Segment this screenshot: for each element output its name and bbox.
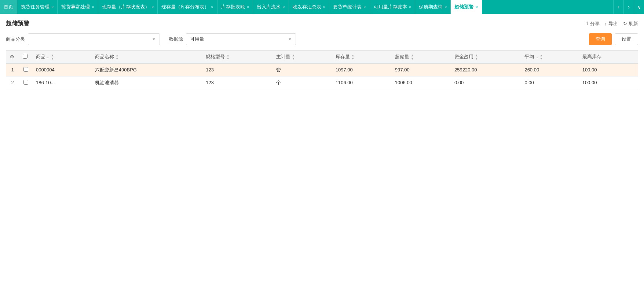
nav-item-close[interactable]: ×: [151, 5, 154, 9]
nav-item-close[interactable]: ×: [51, 5, 54, 9]
nav-arrow-more[interactable]: ∨: [634, 0, 644, 14]
col-capital[interactable]: 资金占用▲▼: [451, 51, 521, 64]
row-num: 1: [6, 63, 19, 76]
data-source-arrow: ▼: [288, 37, 292, 41]
table-header-row: ⚙ 商品...▲▼ 商品名称▲▼ 规格型号▲▼ 主计量▲▼ 库: [6, 51, 638, 64]
product-category-label: 商品分类: [6, 36, 25, 42]
cell-spec: 123: [202, 76, 272, 89]
nav-arrow-right[interactable]: ›: [623, 0, 634, 14]
page-content: 超储预警 ⤴ 分享 ↑ 导出 ↻ 刷新 商品分类 ▼ 数据源: [0, 14, 644, 293]
nav-item-7[interactable]: 要货单统计表×: [329, 0, 370, 14]
data-source-select[interactable]: 可用量 ▼: [186, 33, 296, 45]
cell-max-stock: 100.00: [579, 63, 638, 76]
cell-capital: 259220.00: [451, 63, 521, 76]
nav-item-label: 现存量（库存状况表）: [102, 4, 150, 10]
sort-icon-stock: ▲▼: [351, 54, 355, 60]
query-button[interactable]: 查询: [589, 33, 612, 45]
cell-product-name: 六配套新昌490BPG: [91, 63, 202, 76]
nav-item-6[interactable]: 收发存汇总表×: [289, 0, 329, 14]
product-category-arrow: ▼: [152, 37, 156, 41]
nav-item-1[interactable]: 拣货异常处理×: [58, 0, 98, 14]
nav-item-8[interactable]: 可用量库存账本×: [370, 0, 415, 14]
nav-item-close[interactable]: ×: [247, 5, 249, 9]
nav-item-close[interactable]: ×: [323, 5, 325, 9]
nav-item-4[interactable]: 库存批次账×: [217, 0, 253, 14]
nav-item-label: 出入库流水: [257, 4, 281, 10]
nav-item-close[interactable]: ×: [211, 5, 213, 9]
nav-item-label: 收发存汇总表: [293, 4, 321, 10]
nav-home[interactable]: 首页: [0, 0, 17, 14]
row-select-checkbox[interactable]: [23, 80, 28, 85]
nav-item-close[interactable]: ×: [282, 5, 285, 9]
row-checkbox[interactable]: [19, 76, 32, 89]
header-actions: ⤴ 分享 ↑ 导出 ↻ 刷新: [586, 21, 638, 27]
cell-avg: 0.00: [521, 76, 578, 89]
refresh-button[interactable]: ↻ 刷新: [623, 21, 638, 27]
nav-item-0[interactable]: 拣货任务管理×: [17, 0, 58, 14]
col-overstock[interactable]: 超储量▲▼: [391, 51, 451, 64]
nav-item-close[interactable]: ×: [92, 5, 94, 9]
sort-icon-product-name: ▲▼: [116, 54, 119, 60]
cell-stock: 1097.00: [332, 63, 391, 76]
data-source-value: 可用量: [190, 36, 204, 42]
cell-product-name: 机油滤清器: [91, 76, 202, 89]
refresh-icon: ↻: [623, 21, 627, 26]
nav-item-label: 拣货异常处理: [61, 4, 90, 10]
settings-col-icon[interactable]: ⚙: [10, 53, 14, 60]
col-spec[interactable]: 规格型号▲▼: [202, 51, 272, 64]
col-checkbox: [19, 51, 32, 64]
sort-icon-unit: ▲▼: [292, 54, 295, 60]
nav-item-close[interactable]: ×: [444, 5, 447, 9]
filter-row: 商品分类 ▼ 数据源 可用量 ▼ 查询 设置: [6, 33, 638, 45]
nav-item-2[interactable]: 现存量（库存状况表）×: [98, 0, 158, 14]
cell-stock: 1106.00: [332, 76, 391, 89]
nav-item-label: 库存批次账: [221, 4, 245, 10]
export-icon: ↑: [605, 21, 607, 26]
cell-overstock: 997.00: [391, 63, 451, 76]
col-unit[interactable]: 主计量▲▼: [272, 51, 332, 64]
cell-max-stock: 100.00: [579, 76, 638, 89]
nav-item-10[interactable]: 超储预警×: [451, 0, 482, 14]
nav-item-label: 拣货任务管理: [21, 4, 50, 10]
col-settings[interactable]: ⚙: [6, 51, 19, 64]
refresh-label: 刷新: [629, 21, 638, 27]
nav-item-close[interactable]: ×: [409, 5, 411, 9]
col-product-code[interactable]: 商品...▲▼: [32, 51, 91, 64]
cell-spec: 123: [202, 63, 272, 76]
cell-product-code: 186-10...: [32, 76, 91, 89]
data-source-filter: 数据源 可用量 ▼: [169, 33, 296, 45]
select-all-checkbox[interactable]: [23, 54, 28, 59]
sort-icon-product-code: ▲▼: [51, 54, 54, 60]
page-title: 超储预警: [6, 20, 29, 27]
nav-arrow-left[interactable]: ‹: [613, 0, 623, 14]
share-label: 分享: [590, 21, 600, 27]
settings-button[interactable]: 设置: [615, 33, 638, 45]
row-select-checkbox[interactable]: [23, 67, 28, 72]
table-row: 2 186-10... 机油滤清器 123 个 1106.00 1006.00 …: [6, 76, 638, 89]
row-checkbox[interactable]: [19, 63, 32, 76]
share-button[interactable]: ⤴ 分享: [586, 21, 600, 27]
cell-capital: 0.00: [451, 76, 521, 89]
col-product-name[interactable]: 商品名称▲▼: [91, 51, 202, 64]
col-stock[interactable]: 库存量▲▼: [332, 51, 391, 64]
export-button[interactable]: ↑ 导出: [605, 21, 618, 27]
nav-item-label: 现存量（库存分布表）: [161, 4, 209, 10]
nav-item-5[interactable]: 出入库流水×: [253, 0, 289, 14]
nav-item-close[interactable]: ×: [363, 5, 366, 9]
cell-unit: 个: [272, 76, 332, 89]
nav-item-3[interactable]: 现存量（库存分布表）×: [158, 0, 217, 14]
cell-overstock: 1006.00: [391, 76, 451, 89]
action-buttons: 查询 设置: [589, 33, 638, 45]
nav-item-close[interactable]: ×: [475, 5, 477, 9]
export-label: 导出: [608, 21, 618, 27]
col-avg[interactable]: 平均...▲▼: [521, 51, 578, 64]
nav-item-label: 超储预警: [454, 4, 473, 10]
nav-item-9[interactable]: 保质期查询×: [415, 0, 451, 14]
sort-icon-capital: ▲▼: [475, 54, 478, 60]
sort-icon-avg: ▲▼: [539, 54, 543, 60]
col-max-stock: 最高库存: [579, 51, 638, 64]
sort-icon-spec: ▲▼: [226, 54, 230, 60]
nav-arrows: ‹ › ∨: [613, 0, 644, 14]
product-category-select[interactable]: ▼: [28, 33, 160, 45]
cell-avg: 260.00: [521, 63, 578, 76]
